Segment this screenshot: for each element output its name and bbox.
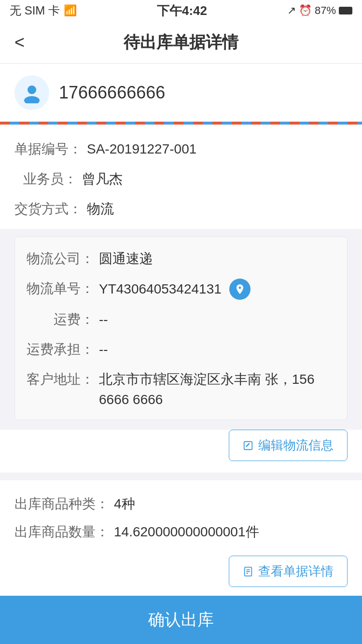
person-icon <box>21 82 42 103</box>
wifi-icon: 📶 <box>64 4 77 17</box>
freight-row: 运费： -- <box>27 309 335 330</box>
view-btn-row: 查看单据详情 <box>0 551 362 599</box>
freight-bearer-row: 运费承担： -- <box>27 339 335 360</box>
tracking-location-icon[interactable] <box>229 279 251 300</box>
status-bar: 无 SIM 卡 📶 下午4:42 ↗ ⏰ 87% <box>0 0 362 21</box>
goods-types-label: 出库商品种类： <box>14 495 114 513</box>
logistics-tracking-value: YT43064053424131 <box>99 279 335 300</box>
order-info-section: 单据编号： SA-20191227-001 业务员： 曾凡杰 交货方式： 物流 <box>0 125 362 229</box>
address-value: 北京市市辖区海淀区永丰南 张，156 6666 6666 <box>99 369 335 410</box>
svg-point-1 <box>24 96 40 103</box>
salesperson-label: 业务员： <box>14 169 82 189</box>
confirm-outbound-button[interactable]: 确认出库 <box>0 596 362 644</box>
edit-btn-row: 编辑物流信息 <box>0 430 362 473</box>
order-number-row: 单据编号： SA-20191227-001 <box>14 139 348 159</box>
logistics-company-value: 圆通速递 <box>99 249 335 269</box>
page-title: 待出库单据详情 <box>124 31 238 54</box>
salesperson-value: 曾凡杰 <box>82 169 348 189</box>
logistics-tracking-label: 物流单号： <box>27 279 99 299</box>
freight-label: 运费： <box>27 309 99 330</box>
back-button[interactable]: < <box>10 28 29 57</box>
delivery-row: 交货方式： 物流 <box>14 199 348 219</box>
document-icon <box>243 566 253 577</box>
logistics-company-label: 物流公司： <box>27 249 99 269</box>
time-display: 下午4:42 <box>157 2 207 19</box>
logistics-company-row: 物流公司： 圆通速递 <box>27 249 335 269</box>
bottom-area: 确认出库 <box>0 596 362 644</box>
edit-icon <box>243 440 253 451</box>
address-row: 客户地址： 北京市市辖区海淀区永丰南 张，156 6666 6666 <box>27 369 335 410</box>
salesperson-row: 业务员： 曾凡杰 <box>14 169 348 189</box>
battery-icon <box>339 7 352 14</box>
customer-header: 17666666666 <box>0 64 362 122</box>
status-left: 无 SIM 卡 📶 <box>10 3 77 18</box>
view-detail-button[interactable]: 查看单据详情 <box>229 556 348 587</box>
order-number-value: SA-20191227-001 <box>87 139 348 159</box>
goods-quantity-value: 14.620000000000001件 <box>114 523 259 541</box>
freight-value: -- <box>99 309 335 330</box>
delivery-label: 交货方式： <box>14 199 87 219</box>
address-label: 客户地址： <box>27 369 99 390</box>
logistics-card: 物流公司： 圆通速递 物流单号： YT43064053424131 运费： --… <box>14 237 348 420</box>
svg-point-0 <box>28 85 36 94</box>
logistics-tracking-row: 物流单号： YT43064053424131 <box>27 279 335 300</box>
order-number-label: 单据编号： <box>14 139 87 159</box>
battery-text: 87% <box>315 4 336 17</box>
goods-types-value: 4种 <box>114 495 135 513</box>
alarm-icon: ⏰ <box>299 4 312 17</box>
goods-quantity-label: 出库商品数量： <box>14 523 114 541</box>
avatar <box>14 75 49 110</box>
location-icon: ↗ <box>287 4 296 17</box>
goods-types-row: 出库商品种类： 4种 <box>14 495 348 513</box>
freight-bearer-label: 运费承担： <box>27 339 99 360</box>
edit-logistics-button[interactable]: 编辑物流信息 <box>229 430 348 461</box>
status-right: ↗ ⏰ 87% <box>287 4 352 17</box>
freight-bearer-value: -- <box>99 339 335 360</box>
carrier-text: 无 SIM 卡 <box>10 3 60 18</box>
nav-bar: < 待出库单据详情 <box>0 21 362 64</box>
section-divider-1 <box>0 473 362 480</box>
delivery-value: 物流 <box>87 199 348 219</box>
goods-quantity-row: 出库商品数量： 14.620000000000001件 <box>14 523 348 541</box>
customer-phone: 17666666666 <box>59 83 165 103</box>
goods-section: 出库商品种类： 4种 出库商品数量： 14.620000000000001件 <box>0 480 362 551</box>
